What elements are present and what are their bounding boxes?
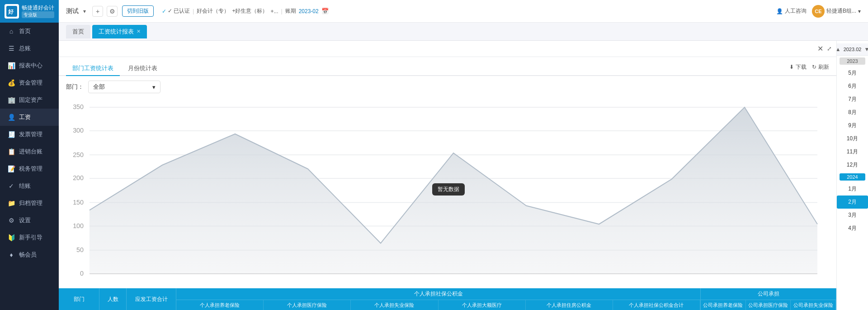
sidebar-item-settings[interactable]: ⚙ 设置 xyxy=(0,212,59,229)
month-10[interactable]: 10月 xyxy=(837,132,868,145)
th-company-medical: 公司承担医疗保险 xyxy=(746,300,791,310)
sidebar-item-salary[interactable]: 👤 工资 xyxy=(0,109,59,126)
salary-icon: 👤 xyxy=(7,114,15,121)
svg-text:250: 250 xyxy=(73,151,84,158)
sidebar: 好 畅捷通好会计 专业版 ⌂ 首页 ☰ 总账 📊 报表中心 💰 资金管理 🏢 固… xyxy=(0,0,59,310)
tab-home[interactable]: 首页 xyxy=(66,25,90,38)
subtab-monthly[interactable]: 月份统计表 xyxy=(122,62,164,76)
bottom-table: 部门 人数 应发工资合计 个人承担社保公积金 个人承担养老保险 个人承担医疗保险… xyxy=(59,288,836,310)
sidebar-item-ledger[interactable]: ☰ 总账 xyxy=(0,40,59,57)
sidebar-item-archive[interactable]: 📁 归档管理 xyxy=(0,195,59,212)
sidebar-item-label: 税务管理 xyxy=(19,165,42,173)
svg-text:100: 100 xyxy=(73,222,84,229)
sidebar-logo: 好 畅捷通好会计 专业版 xyxy=(0,0,59,23)
download-btn[interactable]: ⬇ 下载 xyxy=(789,63,807,71)
th-dept: 部门 xyxy=(59,288,99,310)
certified-icon: ✓ xyxy=(162,8,166,14)
dept-label: 部门： xyxy=(66,83,84,91)
sidebar-item-assets[interactable]: 🏢 固定资产 xyxy=(0,91,59,109)
month-2024-4[interactable]: 4月 xyxy=(837,222,868,235)
sidebar-item-tax[interactable]: 📝 税务管理 xyxy=(0,160,59,177)
date-nav-up[interactable]: ▲ xyxy=(836,46,841,52)
sidebar-item-label: 归档管理 xyxy=(19,199,42,207)
checkout-icon: ✓ xyxy=(7,182,15,190)
chevron-down-icon: ▾ xyxy=(152,84,156,91)
year-2023-badge: 2023 xyxy=(840,57,865,65)
content-area: ✕ ⤢ 部门工资统计表 月份统计表 ⬇ 下载 ↻ xyxy=(59,41,868,310)
date-year-label: 2023.02 xyxy=(844,47,862,52)
switch-version-btn[interactable]: 切到旧版 xyxy=(122,5,154,17)
svg-text:好: 好 xyxy=(8,9,14,15)
subtab-dept-label: 部门工资统计表 xyxy=(72,65,113,72)
sidebar-item-label: 畅会员 xyxy=(19,251,37,259)
tab-close-btn[interactable]: ✕ xyxy=(137,29,141,34)
sidebar-item-label: 资金管理 xyxy=(19,79,42,87)
personal-social-cells: 个人承担养老保险 个人承担医疗保险 个人承担失业保险 个人承担大额医疗 个人承担… xyxy=(176,300,700,310)
sidebar-item-guide[interactable]: 🔰 新手引导 xyxy=(0,229,59,246)
sidebar-item-label: 固定资产 xyxy=(19,96,42,104)
topbar: 测试 ▾ + ⚙ 切到旧版 ✓ ✓ 已认证 | 好会计（专） +好生意（标） +… xyxy=(59,0,868,23)
month-9[interactable]: 9月 xyxy=(837,119,868,132)
consultation-btn[interactable]: 👤 人工咨询 xyxy=(776,7,807,15)
user-menu[interactable]: CE 轻捷通B组... ▾ xyxy=(812,5,861,18)
type2-badge: +好生意（标） xyxy=(232,7,268,15)
personal-social-title: 个人承担社保公积金 xyxy=(176,288,700,300)
subtab-monthly-label: 月份统计表 xyxy=(128,65,157,72)
sidebar-item-label: 总账 xyxy=(19,44,31,52)
month-2024-1[interactable]: 1月 xyxy=(837,182,868,196)
refresh-btn[interactable]: ↻ 刷新 xyxy=(812,63,829,71)
svg-text:200: 200 xyxy=(73,174,84,182)
topbar-actions: + ⚙ xyxy=(92,6,118,17)
dept-select[interactable]: 全部 ▾ xyxy=(88,81,160,93)
month-6[interactable]: 6月 xyxy=(837,80,868,93)
logo-icon: 好 xyxy=(5,4,19,19)
tabbar: 首页 工资统计报表 ✕ xyxy=(59,23,868,41)
month-2024-2[interactable]: 2月 xyxy=(837,196,868,209)
sidebar-item-sales[interactable]: 📋 进销台账 xyxy=(0,143,59,160)
th-personal-social-group: 个人承担社保公积金 个人承担养老保险 个人承担医疗保险 个人承担失业保险 个人承… xyxy=(176,288,701,310)
topbar-settings-btn[interactable]: ⚙ xyxy=(107,6,118,17)
sidebar-item-invoice[interactable]: 🧾 发票管理 xyxy=(0,126,59,143)
consultation-icon: 👤 xyxy=(776,8,783,14)
company-social-title: 公司承担 xyxy=(701,288,836,300)
month-8[interactable]: 8月 xyxy=(837,106,868,119)
month-11[interactable]: 11月 xyxy=(837,145,868,158)
refresh-icon: ↻ xyxy=(812,64,816,70)
sidebar-item-funds[interactable]: 💰 资金管理 xyxy=(0,74,59,91)
settings-icon: ⚙ xyxy=(7,217,15,224)
assets-icon: 🏢 xyxy=(7,96,15,104)
th-company-social-group: 公司承担 公司承担养老保险 公司承担医疗保险 公司承担失业保险 xyxy=(701,288,836,310)
month-5[interactable]: 5月 xyxy=(837,67,868,80)
year-2024-badge: 2024 xyxy=(840,173,865,181)
chart-svg: 350 300 250 200 150 100 50 0 xyxy=(66,98,829,288)
sidebar-item-home[interactable]: ⌂ 首页 xyxy=(0,23,59,40)
calendar-icon[interactable]: 📅 xyxy=(321,8,329,14)
period-value: 2023-02 xyxy=(299,8,319,14)
tab-salary-report[interactable]: 工资统计报表 ✕ xyxy=(92,25,147,38)
toolbar: 部门： 全部 ▾ xyxy=(59,76,836,98)
topbar-dropdown[interactable]: ▾ xyxy=(83,8,86,14)
logo-text: 畅捷通好会计 专业版 xyxy=(22,5,54,19)
invoice-icon: 🧾 xyxy=(7,131,15,138)
sidebar-item-checkout[interactable]: ✓ 结账 xyxy=(0,177,59,195)
th-personal-total: 个人承担社保公积金合计 xyxy=(613,300,700,310)
date-nav-down[interactable]: ▼ xyxy=(864,46,868,52)
sales-icon: 📋 xyxy=(7,148,15,155)
certified-badge: ✓ ✓ 已认证 xyxy=(162,7,190,15)
topbar-add-btn[interactable]: + xyxy=(92,6,103,17)
subtab-dept[interactable]: 部门工资统计表 xyxy=(66,62,120,76)
sidebar-item-reports[interactable]: 📊 报表中心 xyxy=(0,57,59,74)
th-headcount: 人数 xyxy=(99,288,127,310)
archive-icon: 📁 xyxy=(7,200,15,207)
month-12[interactable]: 12月 xyxy=(837,158,868,172)
dept-select-value: 全部 xyxy=(93,83,105,91)
chart-area: 350 300 250 200 150 100 50 0 xyxy=(59,98,836,288)
month-2024-3[interactable]: 3月 xyxy=(837,209,868,222)
panel-close-btn[interactable]: ✕ xyxy=(817,44,823,53)
guide-icon: 🔰 xyxy=(7,234,15,241)
svg-text:150: 150 xyxy=(73,198,84,206)
panel-expand-btn[interactable]: ⤢ xyxy=(827,45,832,52)
month-7[interactable]: 7月 xyxy=(837,93,868,106)
sidebar-item-vip[interactable]: ♦ 畅会员 xyxy=(0,246,59,263)
right-date-panel: ▲ 2023.02 ▼ 2023 5月 6月 7月 8月 9月 10月 11月 … xyxy=(836,41,868,310)
